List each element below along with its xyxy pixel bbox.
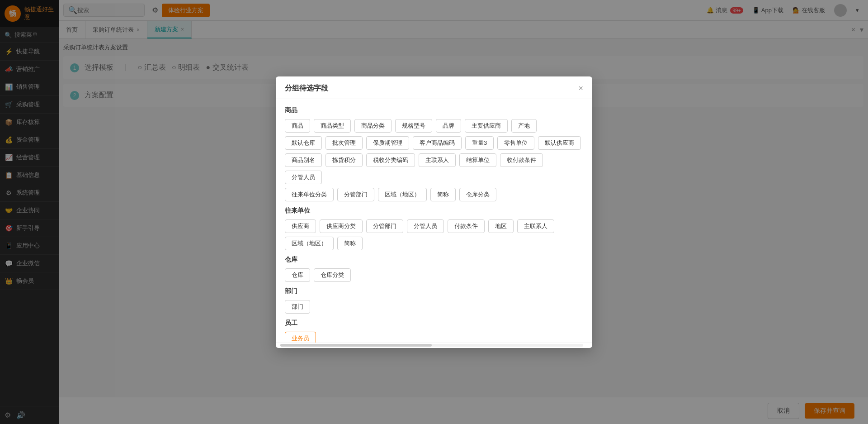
field-main-supplier[interactable]: 主要供应商 [465,119,508,133]
warehouse-fields: 仓库 仓库分类 [285,268,583,282]
field-wh-category[interactable]: 仓库分类 [314,268,351,282]
department-fields: 部门 [285,300,583,314]
modal-close-button[interactable]: × [578,84,583,93]
field-main-contact2[interactable]: 主联系人 [517,219,554,233]
goods-fields: 商品 商品类型 商品分类 规格型号 品牌 主要供应商 产地 [285,119,583,133]
modal-scrollbar-thumb[interactable] [280,344,432,347]
field-tax-category[interactable]: 税收分类编码 [366,153,415,167]
field-select-modal: 分组待选字段 × 商品 商品 商品类型 商品分类 规格型号 品牌 主要供应商 产… [276,76,592,348]
field-main-contact[interactable]: 主联系人 [419,153,456,167]
field-product[interactable]: 商品 [285,119,310,133]
field-retail-unit[interactable]: 零售单位 [497,136,534,150]
field-dept-person[interactable]: 分管人员 [407,219,444,233]
field-unit-category[interactable]: 往来单位分类 [285,188,334,201]
field-default-supplier[interactable]: 默认供应商 [538,136,581,150]
field-weight3[interactable]: 重量3 [465,136,494,150]
field-product-alias[interactable]: 商品别名 [285,153,322,167]
partner-fields-row1: 供应商 供应商分类 分管部门 分管人员 付款条件 地区 主联系人 [285,219,583,233]
modal-title: 分组待选字段 [285,84,328,93]
field-warehouse-category[interactable]: 仓库分类 [459,188,496,201]
goods-fields-row4: 往来单位分类 分管部门 区域（地区） 简称 仓库分类 [285,188,583,201]
goods-fields-row3: 商品别名 拣货积分 税收分类编码 主联系人 结算单位 收付款条件 分管人员 [285,153,583,184]
field-region2[interactable]: 地区 [488,219,514,233]
field-department[interactable]: 部门 [285,300,310,314]
section-title-department: 部门 [285,287,583,295]
partner-fields-row2: 区域（地区） 简称 [285,237,583,250]
field-origin[interactable]: 产地 [511,119,537,133]
field-pickup-points[interactable]: 拣货积分 [326,153,363,167]
field-product-category[interactable]: 商品分类 [354,119,392,133]
staff-fields: 业务员 [285,332,583,343]
field-wh[interactable]: 仓库 [285,268,310,282]
section-title-warehouse: 仓库 [285,256,583,264]
field-default-warehouse[interactable]: 默认仓库 [285,136,322,150]
field-mgmt-dept[interactable]: 分管部门 [337,188,374,201]
field-abbr2[interactable]: 简称 [337,237,363,250]
field-customer-code[interactable]: 客户商品编码 [413,136,462,150]
field-region3[interactable]: 区域（地区） [285,237,334,250]
field-product-type[interactable]: 商品类型 [314,119,351,133]
field-supplier-category[interactable]: 供应商分类 [320,219,363,233]
section-title-goods: 商品 [285,106,583,114]
field-payment-terms[interactable]: 收付款条件 [500,153,543,167]
field-batch-mgmt[interactable]: 批次管理 [326,136,363,150]
field-settlement-unit[interactable]: 结算单位 [459,153,496,167]
field-spec-type[interactable]: 规格型号 [395,119,432,133]
modal-header: 分组待选字段 × [276,76,592,99]
field-brand[interactable]: 品牌 [436,119,461,133]
field-salesperson[interactable]: 业务员 [285,332,316,343]
field-abbr[interactable]: 简称 [430,188,456,201]
modal-body: 商品 商品 商品类型 商品分类 规格型号 品牌 主要供应商 产地 默认仓库 批次… [276,99,592,343]
field-region[interactable]: 区域（地区） [378,188,427,201]
field-manager[interactable]: 分管人员 [285,171,322,184]
field-quality-mgmt[interactable]: 保质期管理 [366,136,409,150]
section-title-staff: 员工 [285,319,583,327]
section-title-partner: 往来单位 [285,207,583,215]
field-supplier[interactable]: 供应商 [285,219,316,233]
field-payment-cond[interactable]: 付款条件 [448,219,485,233]
field-dept[interactable]: 分管部门 [366,219,403,233]
goods-fields-row2: 默认仓库 批次管理 保质期管理 客户商品编码 重量3 零售单位 默认供应商 [285,136,583,150]
